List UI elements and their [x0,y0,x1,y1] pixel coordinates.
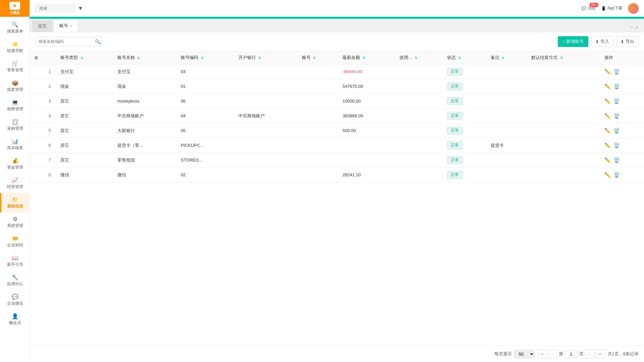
delete-icon-0[interactable]: 🗑️ [613,69,620,75]
sidebar-item-operations[interactable]: 📈经营管理 [0,174,29,193]
th-account-no[interactable]: 账号 ⇅ [298,51,339,64]
sidebar-label-finance: 资金管理 [7,165,23,170]
sidebar-item-basic[interactable]: 📁基础信息 [0,193,29,213]
sidebar-item-system[interactable]: ⚙系统管理 [0,213,29,232]
td-balance-1: 547670.00 [338,79,395,94]
sidebar-item-agreement[interactable]: 🤝企业协同 [0,232,29,251]
user-avatar[interactable] [628,3,639,14]
td-account-no-7 [298,168,339,182]
table-header-row: ⚙ 账号类型 ⇅ 账号名称 ⇅ 账号编码 ⇅ 开户银行 ⇅ 账号 ⇅ 最新余额 … [30,51,644,64]
tab-label-account: 账号 [59,23,68,29]
import-icon: ⬆ [595,39,599,44]
sidebar-item-guide[interactable]: 📖新手引导 [0,251,29,271]
sidebar-label-ecommerce: 电商管理 [7,106,23,112]
page-suffix: 页 [579,351,584,357]
th-status[interactable]: 状态 ⇅ [443,51,487,64]
sidebar-item-wholesale[interactable]: 📦批发管理 [0,76,29,96]
status-badge-6: 正常 [447,156,463,164]
sidebar-item-member[interactable]: 👤畅会员 [0,310,29,329]
delete-icon-5[interactable]: 🗑️ [613,142,620,148]
next-page-btn[interactable]: › [585,349,594,359]
header-dropdown-icon[interactable]: ▼ [78,5,83,11]
sidebar-item-inventory[interactable]: 📊库存核算 [0,135,29,154]
sidebar-item-retail[interactable]: 🛒零售管理 [0,57,29,76]
action-icons-7: ✏️ 🗑️ [604,172,640,178]
td-balance-7: 28241.10 [338,168,395,182]
td-default-settle-5 [527,138,600,153]
tab-account[interactable]: 账号× [54,20,78,32]
th-bank[interactable]: 开户银行 ⇅ [234,51,298,64]
td-name-1: 现金 [113,79,177,94]
header-search-input[interactable] [35,4,75,12]
page-nav: ⏮ ‹ 第 页 › ⏭ [537,349,605,359]
search-input[interactable] [35,37,92,46]
edit-icon-0[interactable]: ✏️ [604,69,611,75]
per-page-select[interactable]: 50 20 100 [515,350,535,358]
delete-icon-4[interactable]: 🗑️ [613,128,620,134]
sidebar-item-appcenter[interactable]: 🔧应用中心 [0,271,29,290]
th-balance[interactable]: 最新余额 ⇅ [338,51,395,64]
sidebar-item-finance[interactable]: 💰资金管理 [0,154,29,174]
sidebar-item-purchase[interactable]: 📋采购管理 [0,115,29,135]
prev-page-btn[interactable]: ‹ [548,349,557,359]
th-type[interactable]: 账号类型 ⇅ [56,51,113,64]
delete-icon-7[interactable]: 🗑️ [613,172,620,178]
sidebar-item-shortcut[interactable]: ⭐快捷导航 [0,38,29,57]
edit-icon-1[interactable]: ✏️ [604,83,611,89]
td-actions-2: ✏️ 🗑️ [600,94,644,109]
td-account-no-2 [298,94,339,109]
message-button[interactable]: 💬 消息 99+ [581,5,596,11]
status-badge-7: 正常 [447,171,463,179]
th-notes[interactable]: 备注 ⇅ [487,51,528,64]
header-left: ▼ [35,4,83,12]
page-label: 第 [559,351,563,357]
td-notes-1 [487,79,528,94]
add-account-button[interactable]: + 新增账号 [558,36,588,47]
th-name[interactable]: 账号名称 ⇅ [113,51,177,64]
table-row: 7 其它 零售抵现 STORED... 正常 ✏️ 🗑️ [30,153,644,168]
delete-icon-3[interactable]: 🗑️ [613,113,620,119]
edit-icon-7[interactable]: ✏️ [604,172,611,178]
export-button[interactable]: ⬇ 导出 [616,36,639,47]
td-name-4: 大新银行 [113,123,177,138]
edit-icon-4[interactable]: ✏️ [604,128,611,134]
th-settings[interactable]: ⚙ [30,51,43,64]
sidebar-label-agreement: 企业协同 [7,242,23,248]
sidebar-item-search[interactable]: 🔍搜索菜单 [0,18,29,38]
app-download-button[interactable]: 📱 App下载 [601,5,623,11]
tab-maximize-btn[interactable]: ⤢ [635,25,639,30]
first-page-btn[interactable]: ⏮ [537,349,547,359]
td-default-settle-0 [527,64,600,79]
edit-icon-6[interactable]: ✏️ [604,157,611,163]
td-type-2: 其它 [56,94,113,109]
delete-icon-1[interactable]: 🗑️ [613,83,620,89]
th-code[interactable]: 账号编码 ⇅ [177,51,234,64]
sidebar-item-wechat[interactable]: 💬企业微信 [0,290,29,310]
search-box: 🔍 [35,37,102,46]
th-default-settle[interactable]: 默认结算方式 ⇅ [527,51,600,64]
td-bank-1 [234,79,298,94]
status-badge-5: 正常 [447,141,463,149]
tab-home[interactable]: 首页 [32,20,52,32]
delete-icon-2[interactable]: 🗑️ [613,98,620,104]
search-button[interactable]: 🔍 [92,39,102,44]
sidebar-icon-guide: 📖 [12,255,18,261]
td-bank-3: 中百商场账户 [234,109,298,123]
delete-icon-6[interactable]: 🗑️ [613,157,620,163]
last-page-btn[interactable]: ⏭ [596,349,605,359]
edit-icon-3[interactable]: ✏️ [604,113,611,119]
td-type-5: 其它 [56,138,113,153]
edit-icon-5[interactable]: ✏️ [604,142,611,148]
td-code-4: 05 [177,123,234,138]
sidebar-icon-finance: 💰 [12,158,18,164]
edit-icon-2[interactable]: ✏️ [604,98,611,104]
sidebar-item-ecommerce[interactable]: 💻电商管理 [0,96,29,115]
tab-window-controls: − ⤢ [628,23,641,32]
th-usage[interactable]: 使用... ⇅ [395,51,443,64]
import-button[interactable]: ⬆ 导入 [591,36,613,47]
app-logo: 畅 乐惠版 [0,0,30,17]
tab-minimize-btn[interactable]: − [630,24,633,31]
tab-close-account[interactable]: × [70,23,72,28]
page-input[interactable] [565,350,578,358]
td-default-settle-4 [527,123,600,138]
